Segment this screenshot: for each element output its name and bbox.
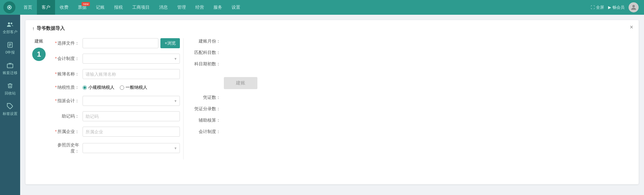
close-button[interactable]: × (630, 24, 633, 30)
jianzhang-month-label: 建账月份： (194, 38, 224, 44)
new-badge: new (82, 2, 90, 6)
nav-item-fees[interactable]: 收费 (55, 0, 73, 15)
company-label: *所属企业： (52, 129, 83, 135)
nav-item-manage[interactable]: 管理 (172, 0, 191, 15)
tax-type-row: *纳税性质： 小规模纳税人 一般纳税人 (52, 84, 180, 90)
accounting-system-row: *会计制度： ▼ (52, 54, 180, 64)
zero-report-label: 0申报 (5, 50, 15, 55)
vip-label: 畅会员 (612, 5, 625, 10)
panel-title: ↑ 导爷数据导入 (32, 25, 632, 31)
memo-label: 助记码： (52, 113, 83, 119)
sidebar-item-all-clients[interactable]: 全部客户 (0, 17, 20, 38)
accountant-select-wrap: ▼ (83, 96, 180, 106)
voucher-count-label: 凭证数： (194, 94, 224, 101)
all-clients-label: 全部客户 (3, 29, 17, 35)
nav-item-bookkeeping[interactable]: 记账 (91, 0, 109, 15)
ledger-name-label: *账簿名称： (52, 71, 83, 77)
avatar[interactable] (629, 2, 639, 12)
form-step: 建账 1 (32, 38, 46, 159)
nav-item-settings[interactable]: 设置 (227, 0, 245, 15)
nav-item-operations[interactable]: 经营 (191, 0, 209, 15)
svg-point-2 (632, 5, 635, 7)
browse-button[interactable]: +浏览 (160, 38, 180, 48)
accountant-select[interactable] (83, 96, 180, 106)
vip-btn[interactable]: ▶ 畅会员 (608, 5, 625, 10)
svg-rect-9 (7, 64, 13, 68)
trash-icon (6, 82, 14, 89)
svg-point-3 (8, 22, 10, 24)
tags-label: 标签设置 (3, 111, 17, 116)
history-year-select[interactable] (83, 143, 180, 153)
content: ↑ 导爷数据导入 × 建账 1 *选择文件： (20, 15, 644, 195)
voucher-entries-row: 凭证分录数： (194, 106, 288, 112)
voucher-count-row: 凭证数： (194, 94, 288, 101)
jianzhang-month-row: 建账月份： (194, 38, 288, 44)
svg-point-1 (9, 7, 10, 8)
radio-small-label: 小规模纳税人 (88, 84, 114, 90)
step-circle: 1 (32, 48, 46, 61)
radio-general-label: 一般纳税人 (126, 84, 147, 90)
accounting-system-select[interactable] (83, 54, 180, 64)
file-input-group: +浏览 (83, 38, 180, 48)
migration-icon (6, 62, 14, 69)
panel-title-icon: ↑ (32, 26, 35, 31)
main-layout: 全部客户 0申报 账套迁移 回收站 标签设置 (0, 15, 644, 195)
zero-report-icon (6, 41, 14, 49)
nav-item-tax[interactable]: 报税 (109, 0, 128, 15)
radio-general-input[interactable] (120, 85, 124, 90)
all-clients-icon (6, 21, 14, 28)
file-label: *选择文件： (52, 40, 83, 46)
accounting-system-select-wrap: ▼ (83, 54, 180, 64)
form-container: 建账 1 *选择文件： +浏览 (32, 38, 632, 159)
required-mark-file: * (55, 41, 57, 46)
tags-icon (6, 103, 14, 110)
nav-right: ⛶ 全屏 ▶ 畅会员 (591, 2, 644, 12)
jianzhang-button[interactable]: 建账 (224, 77, 257, 89)
nav-item-business[interactable]: 工商项目 (128, 0, 154, 15)
nav-logo[interactable] (3, 1, 15, 13)
sidebar: 全部客户 0申报 账套迁移 回收站 标签设置 (0, 15, 20, 195)
radio-general-taxpayer[interactable]: 一般纳税人 (120, 84, 147, 90)
nav-item-messages[interactable]: 消息 (154, 0, 172, 15)
fullscreen-icon: ⛶ (591, 5, 595, 10)
voucher-entries-label: 凭证分录数： (194, 106, 224, 112)
nav-item-home[interactable]: 首页 (19, 0, 37, 15)
fullscreen-label: 全屏 (596, 5, 604, 10)
company-input[interactable] (83, 127, 180, 137)
radio-small-taxpayer[interactable]: 小规模纳税人 (83, 84, 114, 90)
import-panel: ↑ 导爷数据导入 × 建账 1 *选择文件： (26, 20, 639, 184)
file-row: *选择文件： +浏览 (52, 38, 180, 48)
nav-item-invoices[interactable]: 票据 new (73, 0, 91, 15)
ledger-name-input[interactable] (83, 69, 180, 79)
match-subjects-label: 匹配科目数： (194, 50, 224, 56)
radio-small-input[interactable] (83, 85, 87, 90)
tax-type-radio-group: 小规模纳税人 一般纳税人 (83, 84, 180, 90)
match-subjects-row: 匹配科目数： (194, 50, 288, 56)
file-input[interactable] (83, 38, 158, 48)
vip-icon: ▶ (608, 5, 611, 10)
sidebar-item-tags[interactable]: 标签设置 (0, 99, 20, 120)
tax-type-label: *纳税性质： (52, 84, 83, 90)
accountant-label: *指派会计： (52, 98, 83, 104)
accounting-system2-row: 会计制度： (194, 129, 288, 135)
svg-point-4 (11, 22, 12, 24)
memo-input[interactable] (83, 111, 180, 121)
fullscreen-btn[interactable]: ⛶ 全屏 (591, 5, 604, 10)
nav-items: 首页 客户 收费 票据 new 记账 报税 工商项目 消息 管理 经营 服务 设… (19, 0, 591, 15)
form-right: 建账月份： 匹配科目数： 科目期初数： 建账 (187, 38, 288, 159)
step-label: 建账 (35, 38, 43, 44)
sidebar-item-zero-report[interactable]: 0申报 (0, 38, 20, 58)
accountant-row: *指派会计： ▼ (52, 96, 180, 106)
accounting-system2-label: 会计制度： (194, 129, 224, 135)
nav-item-services[interactable]: 服务 (209, 0, 227, 15)
form-divider (183, 38, 184, 159)
aux-accounting-row: 辅助核算： (194, 117, 288, 123)
memo-row: 助记码： (52, 111, 180, 121)
aux-accounting-label: 辅助核算： (194, 117, 224, 123)
sidebar-item-migration[interactable]: 账套迁移 (0, 58, 20, 79)
sidebar-item-trash[interactable]: 回收站 (0, 79, 20, 99)
accounting-system-label: *会计制度： (52, 56, 83, 62)
nav-item-clients[interactable]: 客户 (37, 0, 55, 15)
top-nav: 首页 客户 收费 票据 new 记账 报税 工商项目 消息 管理 经营 服务 设… (0, 0, 644, 15)
history-year-label: 参照历史年度： (52, 142, 83, 154)
